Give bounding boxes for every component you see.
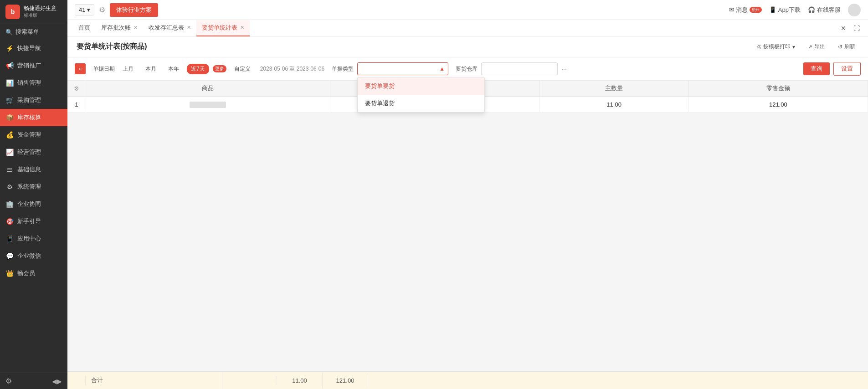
sidebar-item-operation[interactable]: 📈 经营管理: [0, 143, 67, 161]
main-area: 41 ▾ ⚙ 体验行业方案 ✉ 消息 99+ 📱 App下载 🎧 在线客服: [67, 0, 868, 389]
footer-amount: 121.00: [323, 373, 368, 389]
system-icon: ⚙: [5, 183, 14, 191]
quick-nav-icon: ⚡: [5, 44, 14, 52]
tab-summary-label: 收发存汇总表: [149, 24, 184, 32]
type-select-arrow-up[interactable]: ▲: [439, 66, 445, 72]
col-product: 商品: [86, 81, 330, 97]
sidebar-item-guide[interactable]: 🎯 新手引导: [0, 213, 67, 230]
sidebar-item-purchase[interactable]: 🛒 采购管理: [0, 92, 67, 109]
filter-bar: » 单据日期 上月 本月 本年 近7天 更多 自定义 2023-05-06 至 …: [67, 57, 868, 81]
tab-batch-label: 库存批次账: [101, 24, 131, 32]
refresh-button[interactable]: ↺ 刷新: [834, 41, 859, 52]
filter-expand-button[interactable]: »: [75, 63, 86, 74]
tab-batch-close[interactable]: ✕: [134, 25, 138, 31]
dropdown-item-requisition-order[interactable]: 要货单要货: [358, 77, 484, 95]
enterprise-icon: 🏢: [5, 200, 14, 208]
tab-summary-close[interactable]: ✕: [187, 25, 191, 31]
search-menu-label: 搜索菜单: [15, 28, 39, 36]
sidebar-collapse-icon[interactable]: ◀▶: [52, 378, 62, 385]
date-custom-btn[interactable]: 自定义: [230, 63, 255, 75]
filter-settings-button[interactable]: 设置: [833, 62, 861, 76]
sidebar-item-label: 系统管理: [17, 183, 41, 191]
refresh-icon: ↺: [838, 44, 842, 50]
sidebar: b 畅捷通好生意 标准版 🔍 搜索菜单 ⚡ 快捷导航 📢 营销推广 📊 销售管理…: [0, 0, 67, 389]
marketing-icon: 📢: [5, 61, 14, 70]
type-select-input[interactable]: [357, 62, 448, 75]
row-index: 1: [67, 97, 86, 113]
sidebar-item-sales[interactable]: 📊 销售管理: [0, 74, 67, 92]
dropdown-item-requisition-return[interactable]: 要货单退货: [358, 95, 484, 112]
sidebar-item-system[interactable]: ⚙ 系统管理: [0, 178, 67, 195]
page-content: 要货单统计表(按商品) 🖨 按模板打印 ▾ ↗ 导出 ↺ 刷新: [67, 36, 868, 389]
sidebar-item-label: 基础信息: [17, 165, 41, 174]
query-button[interactable]: 查询: [803, 62, 830, 75]
date-last7days-btn[interactable]: 近7天: [187, 64, 209, 74]
sidebar-item-label: 经营管理: [17, 148, 41, 156]
tab-close-all-button[interactable]: ✕: [838, 24, 849, 33]
more-filters-icon[interactable]: ···: [561, 65, 567, 72]
refresh-label: 刷新: [844, 43, 855, 51]
sidebar-item-inventory[interactable]: 📦 库存核算: [0, 109, 67, 126]
app-logo-icon: b: [5, 5, 20, 19]
sidebar-item-wechat[interactable]: 💬 企业微信: [0, 247, 67, 265]
footer-label: 合计: [86, 372, 222, 389]
more-dates-badge[interactable]: 更多: [213, 65, 226, 72]
purchase-icon: 🛒: [5, 96, 14, 104]
tabs-controls: ✕ ⛶: [838, 24, 863, 33]
sidebar-item-quick-nav[interactable]: ⚡ 快捷导航: [0, 40, 67, 57]
print-label: 按模板打印: [763, 43, 791, 51]
wechat-icon: 💬: [5, 252, 14, 260]
trial-button[interactable]: 体验行业方案: [110, 3, 158, 17]
online-service-label: 在线客服: [817, 6, 841, 14]
branch-selector[interactable]: 41 ▾: [75, 4, 94, 15]
export-button[interactable]: ↗ 导出: [804, 41, 829, 52]
tab-requisition-close[interactable]: ✕: [240, 25, 244, 31]
date-prev-month-btn[interactable]: 上月: [118, 63, 138, 75]
user-avatar[interactable]: [848, 4, 861, 16]
settings-icon[interactable]: ⚙: [99, 5, 105, 14]
tab-expand-button[interactable]: ⛶: [851, 24, 863, 33]
tab-batch[interactable]: 库存批次账 ✕: [96, 20, 143, 36]
tabs-bar: 首页 库存批次账 ✕ 收发存汇总表 ✕ 要货单统计表 ✕ ✕ ⛶: [67, 20, 868, 36]
sidebar-logo: b 畅捷通好生意 标准版: [0, 0, 67, 24]
sidebar-item-label: 快捷导航: [17, 44, 41, 52]
tab-requisition[interactable]: 要货单统计表 ✕: [196, 20, 250, 36]
row-amount: 121.00: [688, 97, 868, 113]
sidebar-item-finance[interactable]: 💰 资金管理: [0, 126, 67, 143]
sidebar-item-label: 企业微信: [17, 252, 41, 260]
column-settings-icon[interactable]: ⚙: [74, 85, 79, 92]
date-this-year-btn[interactable]: 本年: [164, 63, 183, 75]
sidebar-item-appstore[interactable]: 📱 应用中心: [0, 230, 67, 247]
sidebar-item-label: 销售管理: [17, 79, 41, 87]
app-download-button[interactable]: 📱 App下载: [769, 6, 801, 14]
search-menu[interactable]: 🔍 搜索菜单: [0, 24, 67, 40]
tab-home[interactable]: 首页: [73, 20, 96, 36]
warehouse-filter-group: 要货仓库 ···: [456, 62, 567, 75]
online-service-button[interactable]: 🎧 在线客服: [808, 6, 841, 14]
sidebar-item-marketing[interactable]: 📢 营销推广: [0, 57, 67, 74]
sidebar-item-basic[interactable]: 🗃 基础信息: [0, 161, 67, 178]
date-this-month-btn[interactable]: 本月: [141, 63, 160, 75]
download-icon: 📱: [769, 6, 776, 13]
sidebar-item-enterprise[interactable]: 🏢 企业协同: [0, 195, 67, 213]
page-title: 要货单统计表(按商品): [77, 42, 147, 51]
topbar-right: ✉ 消息 99+ 📱 App下载 🎧 在线客服: [729, 4, 861, 16]
col-amount: 零售金额: [688, 81, 868, 97]
col-quantity: 主数量: [539, 81, 688, 97]
tab-summary[interactable]: 收发存汇总表 ✕: [143, 20, 196, 36]
sidebar-item-vip[interactable]: 👑 畅会员: [0, 265, 67, 282]
messages-button[interactable]: ✉ 消息 99+: [729, 6, 762, 14]
page-actions: 🖨 按模板打印 ▾ ↗ 导出 ↺ 刷新: [752, 41, 859, 52]
print-icon: 🖨: [756, 44, 761, 50]
warehouse-select-input[interactable]: [481, 62, 558, 75]
row-quantity: 11.00: [539, 97, 688, 113]
message-icon: ✉: [729, 6, 734, 13]
print-button[interactable]: 🖨 按模板打印 ▾: [752, 41, 799, 52]
export-label: 导出: [814, 43, 825, 51]
topbar: 41 ▾ ⚙ 体验行业方案 ✉ 消息 99+ 📱 App下载 🎧 在线客服: [67, 0, 868, 20]
sidebar-settings-icon[interactable]: ⚙: [5, 377, 12, 385]
app-edition: 标准版: [24, 12, 56, 19]
service-icon: 🎧: [808, 6, 815, 13]
sidebar-item-label: 营销推广: [17, 61, 41, 70]
footer-empty-1: [67, 376, 86, 385]
